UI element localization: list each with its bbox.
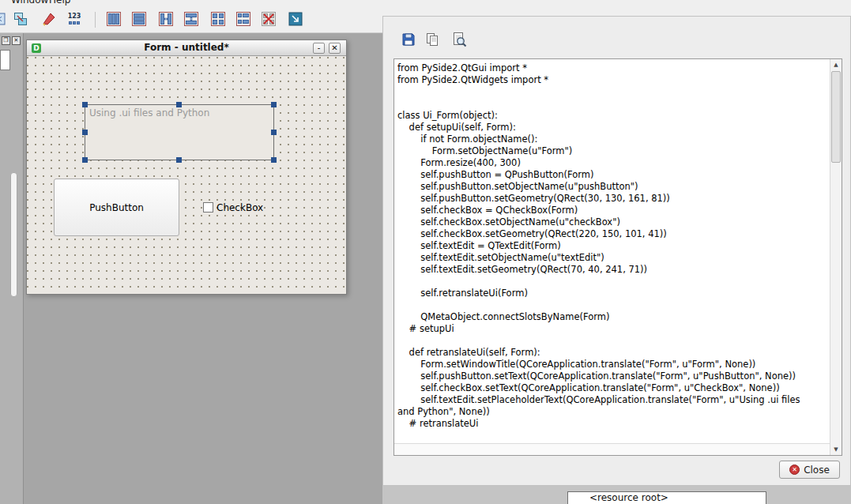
edit-tab-order-icon[interactable]: 123 bbox=[65, 9, 84, 28]
desktop: Window Help 123 bbox=[0, 0, 851, 504]
menu-help[interactable]: Help bbox=[49, 0, 70, 6]
code-line: self.pushButton.setText(QCoreApplication… bbox=[397, 370, 830, 382]
code-line: self.textEdit.setPlaceholderText(QCoreAp… bbox=[397, 394, 830, 406]
dock-scrollbar[interactable] bbox=[10, 172, 17, 297]
code-line: Form.resize(400, 300) bbox=[397, 157, 830, 169]
copy-icon[interactable] bbox=[423, 30, 442, 49]
code-line bbox=[397, 276, 830, 288]
code-line: if not Form.objectName(): bbox=[397, 134, 830, 145]
selection-handle[interactable] bbox=[271, 130, 277, 135]
code-line: self.checkBox = QCheckBox(Form) bbox=[397, 205, 830, 216]
dock-float-button[interactable]: ❐ bbox=[2, 36, 10, 45]
code-line: Form.setObjectName(u"Form") bbox=[397, 145, 830, 157]
code-line: self.retranslateUi(Form) bbox=[397, 288, 830, 299]
selection-handle[interactable] bbox=[271, 157, 277, 163]
code-line bbox=[397, 86, 830, 98]
code-line: # retranslateUi bbox=[397, 418, 830, 430]
code-line: self.checkBox.setObjectName(u"checkBox") bbox=[397, 216, 830, 228]
code-line: def retranslateUi(self, Form): bbox=[397, 347, 830, 359]
code-viewer-panel: from PySide2.QtGui import *from PySide2.… bbox=[382, 16, 851, 486]
layout-vertical-splitter-icon[interactable] bbox=[182, 9, 201, 28]
scroll-down-button[interactable]: ▼ bbox=[830, 444, 842, 455]
checkbox-widget[interactable]: CheckBox bbox=[203, 201, 263, 213]
code-line: from PySide2.QtGui import * bbox=[397, 62, 830, 74]
dock-close-button[interactable]: ✕ bbox=[12, 36, 21, 45]
resource-root-item[interactable]: <resource root> bbox=[567, 491, 766, 504]
resource-root-label: <resource root> bbox=[589, 492, 668, 503]
code-lines: from PySide2.QtGui import *from PySide2.… bbox=[394, 59, 830, 443]
layout-form-icon[interactable] bbox=[234, 9, 253, 28]
checkbox-box[interactable] bbox=[203, 202, 213, 213]
close-icon: ✕ bbox=[789, 465, 800, 475]
minimize-button[interactable]: - bbox=[313, 43, 325, 54]
form-window-title: Form - untitled* bbox=[27, 42, 346, 53]
left-dock-strip: ❐ ✕ bbox=[0, 33, 24, 504]
form-window-titlebar[interactable]: D Form - untitled* - ✕ bbox=[27, 40, 346, 56]
code-line: # setupUi bbox=[397, 323, 830, 335]
close-window-button[interactable]: ✕ bbox=[329, 43, 341, 54]
layout-horizontal-splitter-icon[interactable] bbox=[156, 9, 175, 28]
checkbox-label: CheckBox bbox=[217, 202, 263, 213]
code-area[interactable]: from PySide2.QtGui import *from PySide2.… bbox=[393, 58, 842, 456]
textedit-widget[interactable]: Using .ui files and Python bbox=[85, 104, 274, 160]
code-line bbox=[397, 335, 830, 347]
layout-grid-icon[interactable] bbox=[209, 9, 228, 28]
code-line: from PySide2.QtWidgets import * bbox=[397, 74, 830, 86]
edit-widgets-icon[interactable] bbox=[0, 9, 9, 28]
horizontal-scrollbar[interactable] bbox=[394, 443, 830, 455]
menu-window[interactable]: Window bbox=[11, 0, 48, 6]
adjust-size-icon[interactable] bbox=[286, 9, 305, 28]
code-line: self.pushButton.setObjectName(u"pushButt… bbox=[397, 181, 830, 193]
save-icon[interactable] bbox=[399, 30, 418, 49]
scroll-up-button[interactable]: ▲ bbox=[830, 59, 842, 70]
layout-horizontal-icon[interactable] bbox=[104, 9, 123, 28]
code-line: self.textEdit = QTextEdit(Form) bbox=[397, 240, 830, 252]
tab-order-label: 123 bbox=[68, 13, 81, 20]
layout-vertical-icon[interactable] bbox=[130, 9, 149, 28]
code-line: and Python", None)) bbox=[397, 406, 830, 418]
toolbar-separator bbox=[95, 12, 96, 28]
code-line: Form.setWindowTitle(QCoreApplication.tra… bbox=[397, 359, 830, 370]
selection-handle[interactable] bbox=[82, 102, 88, 107]
code-line: QMetaObject.connectSlotsByName(Form) bbox=[397, 311, 830, 323]
code-line: self.checkBox.setGeometry(QRect(220, 150… bbox=[397, 228, 830, 240]
edit-buddies-icon[interactable] bbox=[40, 9, 58, 28]
menubar: Window Help bbox=[0, 0, 851, 6]
break-layout-icon[interactable] bbox=[259, 9, 278, 28]
form-designer-window: D Form - untitled* - ✕ Using .ui files a… bbox=[26, 39, 347, 295]
code-line: self.pushButton.setGeometry(QRect(30, 13… bbox=[397, 193, 830, 205]
tab-order-squares bbox=[69, 21, 80, 24]
code-line bbox=[397, 299, 830, 311]
code-line: self.textEdit.setObjectName(u"textEdit") bbox=[397, 252, 830, 264]
find-icon[interactable] bbox=[450, 30, 469, 49]
vertical-scrollbar[interactable]: ▲ ▼ bbox=[830, 59, 842, 455]
form-canvas[interactable]: Using .ui files and Python PushButton Ch… bbox=[27, 56, 346, 294]
textedit-placeholder: Using .ui files and Python bbox=[85, 105, 273, 121]
selection-handle[interactable] bbox=[176, 102, 182, 107]
code-line: self.checkBox.setText(QCoreApplication.t… bbox=[397, 382, 830, 394]
code-line bbox=[397, 98, 830, 110]
selection-handle[interactable] bbox=[82, 130, 88, 135]
code-line: class Ui_Form(object): bbox=[397, 110, 830, 122]
pushbutton-widget[interactable]: PushButton bbox=[54, 179, 179, 236]
code-line: def setupUi(self, Form): bbox=[397, 122, 830, 134]
dock-filter-fragment bbox=[0, 50, 10, 70]
selection-handle[interactable] bbox=[82, 157, 88, 163]
code-line: self.textEdit.setGeometry(QRect(70, 40, … bbox=[397, 264, 830, 276]
edit-signals-slots-icon[interactable] bbox=[11, 9, 30, 28]
selection-handle[interactable] bbox=[271, 102, 277, 107]
close-button[interactable]: ✕ Close bbox=[779, 461, 840, 479]
close-label: Close bbox=[804, 465, 830, 476]
selection-handle[interactable] bbox=[176, 157, 182, 163]
code-line: self.pushButton = QPushButton(Form) bbox=[397, 169, 830, 181]
scrollbar-thumb[interactable] bbox=[831, 71, 841, 163]
